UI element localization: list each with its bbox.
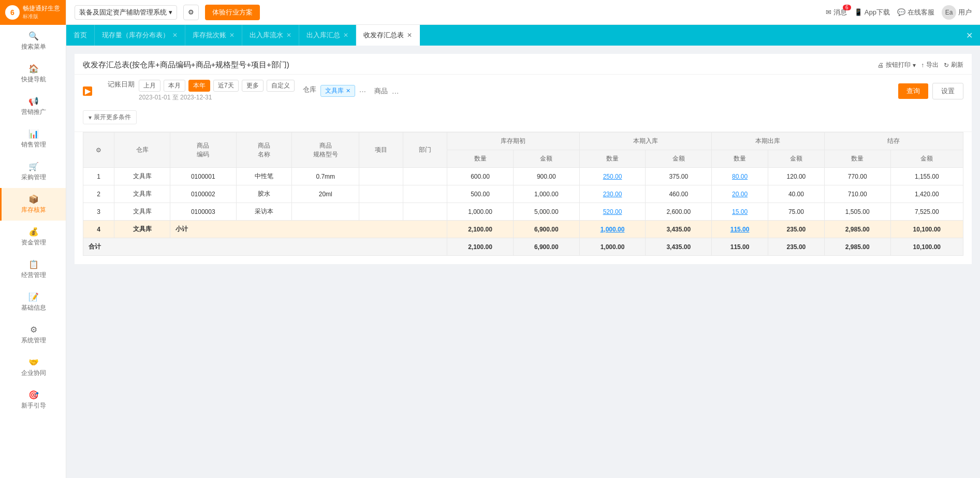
col-balance: 结存 bbox=[824, 133, 963, 150]
sidebar-item-marketing[interactable]: 📢 营销推广 bbox=[0, 90, 66, 123]
col-out-qty: 数量 bbox=[712, 150, 768, 168]
tab-bar-close[interactable]: ✕ bbox=[959, 31, 980, 40]
row-warehouse: 文具库 bbox=[114, 185, 170, 203]
row-open-amt: 1,000.00 bbox=[513, 185, 579, 203]
tab-------[interactable]: 收发存汇总表✕ bbox=[356, 25, 420, 46]
tab------[interactable]: 库存批次账✕ bbox=[185, 25, 242, 46]
tab-label: 库存批次账 bbox=[193, 31, 226, 40]
tab------[interactable]: 出入库流水✕ bbox=[242, 25, 299, 46]
tab-----------[interactable]: 现存量（库存分布表）✕ bbox=[95, 25, 185, 46]
subtotal-bal-qty: 2,985.00 bbox=[824, 221, 890, 238]
export-icon: ↑ bbox=[921, 62, 924, 69]
app-download-action[interactable]: 📱 App下载 bbox=[854, 8, 890, 17]
tab-close-icon[interactable]: ✕ bbox=[172, 32, 178, 39]
sidebar-item-inventory[interactable]: 📦 库存核算 bbox=[0, 188, 66, 221]
sidebar-item-system[interactable]: ⚙ 系统管理 bbox=[0, 318, 66, 351]
phone-icon: 📱 bbox=[854, 8, 862, 16]
tab-label: 出入库流水 bbox=[250, 31, 283, 40]
subtotal-out-qty[interactable]: 115.00 bbox=[712, 221, 768, 238]
total-out-amt: 235.00 bbox=[768, 238, 824, 256]
sidebar-item-basic[interactable]: 📝 基础信息 bbox=[0, 286, 66, 318]
sidebar-item-operations[interactable]: 📋 经营管理 bbox=[0, 253, 66, 286]
row-name: 胶水 bbox=[236, 185, 292, 203]
subtotal-open-amt: 6,900.00 bbox=[513, 221, 579, 238]
sidebar-item-enterprise[interactable]: 🤝 企业协同 bbox=[0, 351, 66, 384]
sidebar-item-finance[interactable]: 💰 资金管理 bbox=[0, 221, 66, 253]
sidebar-item-label-basic: 基础信息 bbox=[21, 303, 46, 312]
trial-button[interactable]: 体验行业方案 bbox=[205, 5, 260, 20]
expand-more-button[interactable]: ▾ 展开更多条件 bbox=[83, 110, 137, 124]
row-out-amt: 120.00 bbox=[768, 168, 824, 185]
col-name: 商品名称 bbox=[236, 133, 292, 168]
goods-ellipsis[interactable]: ... bbox=[392, 86, 399, 96]
tab-label: 收发存汇总表 bbox=[363, 31, 404, 40]
settings-btn[interactable]: 设置 bbox=[932, 83, 963, 99]
row-bal-qty: 770.00 bbox=[824, 168, 890, 185]
online-service-action[interactable]: 💬 在线客服 bbox=[897, 8, 934, 17]
user-action[interactable]: Ea 用户 bbox=[942, 5, 972, 20]
row-in-qty[interactable]: 520.00 bbox=[579, 203, 646, 221]
expand-arrow-icon: ▾ bbox=[89, 114, 92, 121]
sidebar-item-label-inventory: 库存核算 bbox=[21, 206, 46, 214]
sidebar-item-sales[interactable]: 📊 销售管理 bbox=[0, 123, 66, 155]
subtotal-in-qty[interactable]: 1,000.00 bbox=[579, 221, 646, 238]
date-btn-本年[interactable]: 本年 bbox=[188, 80, 210, 92]
total-in-amt: 3,435.00 bbox=[646, 238, 712, 256]
row-in-qty[interactable]: 230.00 bbox=[579, 185, 646, 203]
row-in-qty[interactable]: 250.00 bbox=[579, 168, 646, 185]
page-content: 收发存汇总表(按仓库+商品编码+商品+规格型号+项目+部门) 🖨 按钮打印 ▾ … bbox=[66, 46, 980, 478]
filter-expand-icon[interactable]: ▶ bbox=[83, 86, 92, 96]
chevron-down-icon: ▾ bbox=[913, 62, 916, 69]
row-dept bbox=[403, 168, 447, 185]
sidebar-item-purchase[interactable]: 🛒 采购管理 bbox=[0, 155, 66, 188]
warehouse-tag[interactable]: 文具库 ✕ bbox=[320, 85, 355, 97]
date-filter-label: 记账日期 bbox=[108, 80, 135, 89]
sidebar-item-quicknav[interactable]: 🏠 快捷导航 bbox=[0, 57, 66, 90]
date-btn-本月[interactable]: 本月 bbox=[164, 80, 185, 92]
date-btn-更多[interactable]: 更多 bbox=[242, 80, 264, 92]
col-settings[interactable]: ⚙ bbox=[83, 133, 114, 168]
tab-label: 出入库汇总 bbox=[306, 31, 340, 40]
row-dept bbox=[403, 203, 447, 221]
system-selector[interactable]: 装备及固定资产辅助管理系统 ▾ bbox=[75, 5, 177, 20]
refresh-button[interactable]: ↻ 刷新 bbox=[944, 61, 963, 69]
logo-icon: 6 bbox=[5, 5, 20, 20]
date-btn-自定义[interactable]: 自定义 bbox=[267, 80, 295, 92]
row-out-qty[interactable]: 15.00 bbox=[712, 203, 768, 221]
tab-close-icon[interactable]: ✕ bbox=[407, 32, 412, 39]
tab-close-icon[interactable]: ✕ bbox=[286, 32, 291, 39]
date-btn-上月[interactable]: 上月 bbox=[139, 80, 160, 92]
inventory-icon: 📦 bbox=[28, 194, 39, 204]
user-label: 用户 bbox=[958, 8, 972, 17]
table-row: 3 文具库 0100003 采访本 1,000.00 5,000.00 520.… bbox=[83, 203, 963, 221]
print-button[interactable]: 🖨 按钮打印 ▾ bbox=[877, 61, 916, 69]
tab-close-icon[interactable]: ✕ bbox=[343, 32, 348, 39]
sidebar-item-search[interactable]: 🔍 搜索菜单 bbox=[0, 25, 66, 57]
tab---[interactable]: 首页 bbox=[66, 25, 95, 46]
print-icon: 🖨 bbox=[877, 62, 884, 69]
settings-button[interactable]: ⚙ bbox=[183, 5, 199, 20]
col-dept: 部门 bbox=[403, 133, 447, 168]
total-bal-amt: 10,100.00 bbox=[890, 238, 963, 256]
total-label: 合计 bbox=[83, 238, 447, 256]
export-button[interactable]: ↑ 导出 bbox=[921, 61, 939, 69]
sidebar-item-label-marketing: 营销推广 bbox=[21, 108, 46, 117]
sidebar-item-guide[interactable]: 🎯 新手引导 bbox=[0, 384, 66, 416]
top-header: 装备及固定资产辅助管理系统 ▾ ⚙ 体验行业方案 ✉ 消息 6 📱 App下载 … bbox=[66, 0, 980, 25]
col-open-amt: 金额 bbox=[513, 150, 579, 168]
tab------[interactable]: 出入库汇总✕ bbox=[299, 25, 356, 46]
row-out-qty[interactable]: 80.00 bbox=[712, 168, 768, 185]
subtotal-open-qty: 2,100.00 bbox=[447, 221, 514, 238]
query-button[interactable]: 查询 bbox=[898, 83, 928, 99]
dropdown-icon: ▾ bbox=[169, 8, 172, 16]
row-bal-amt: 7,525.00 bbox=[890, 203, 963, 221]
row-out-qty[interactable]: 20.00 bbox=[712, 185, 768, 203]
messages-action[interactable]: ✉ 消息 6 bbox=[826, 8, 847, 17]
date-btn-近7天[interactable]: 近7天 bbox=[213, 80, 239, 92]
tab-close-icon[interactable]: ✕ bbox=[229, 32, 235, 39]
warehouse-ellipsis[interactable]: ... bbox=[359, 85, 366, 94]
service-icon: 💬 bbox=[897, 8, 905, 16]
warehouse-tag-close[interactable]: ✕ bbox=[346, 88, 350, 94]
basic-icon: 📝 bbox=[28, 292, 39, 302]
page-title: 收发存汇总表(按仓库+商品编码+商品+规格型号+项目+部门) bbox=[83, 60, 289, 70]
